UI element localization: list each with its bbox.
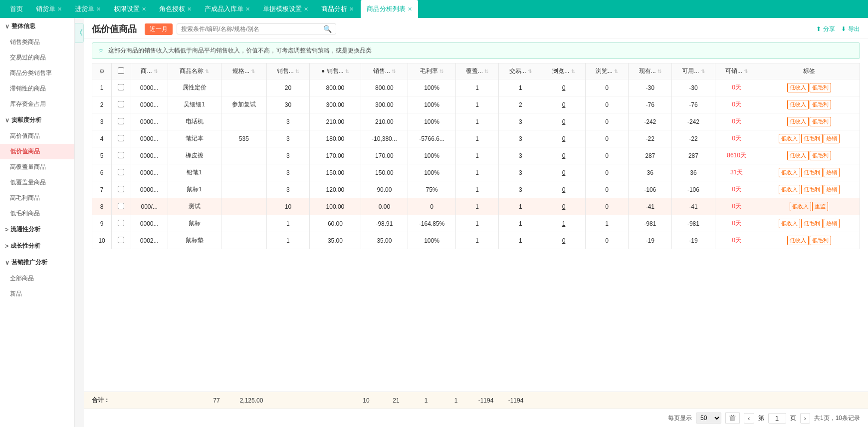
col-coverage[interactable]: 覆盖... ⇅ xyxy=(455,63,499,79)
table-row: 90000...鼠标160.00-98.91-164.85%1111-981-9… xyxy=(92,215,860,232)
sidebar-group-marketing[interactable]: ∨ 营销推广分析 xyxy=(0,254,74,271)
first-page-button[interactable]: 首 xyxy=(725,412,740,424)
col-stock1[interactable]: 现有... ⇅ xyxy=(629,63,672,79)
row-checkbox[interactable] xyxy=(118,186,124,192)
row-checkbox[interactable] xyxy=(118,203,124,209)
row-view1[interactable]: 0 xyxy=(542,198,586,215)
nav-template[interactable]: 单据模板设置 ✕ xyxy=(257,0,314,18)
col-sales3[interactable]: 销售... ⇅ xyxy=(361,63,408,79)
sidebar-item-traded-products[interactable]: 交易过的商品 xyxy=(0,50,74,65)
row-checkbox[interactable] xyxy=(118,84,124,90)
prev-page-button[interactable]: ‹ xyxy=(744,413,754,424)
col-sales1[interactable]: 销售... ⇅ xyxy=(266,63,310,79)
col-stock3[interactable]: 可销... ⇅ xyxy=(715,63,758,79)
nav-sales[interactable]: 销货单 ✕ xyxy=(30,0,68,18)
col-view2[interactable]: 浏览... ⇅ xyxy=(585,63,629,79)
page-number-input[interactable] xyxy=(768,413,786,424)
nav-close-roles[interactable]: ✕ xyxy=(187,6,192,12)
nav-permissions[interactable]: 权限设置 ✕ xyxy=(108,0,152,18)
sidebar-item-low-value[interactable]: 低价值商品 xyxy=(0,144,74,159)
settings-icon[interactable]: ⚙ xyxy=(99,68,105,75)
export-button[interactable]: ⬇ 导出 xyxy=(841,25,860,33)
sidebar-item-low-coverage[interactable]: 低覆盖量商品 xyxy=(0,175,74,190)
row-checkbox-cell[interactable] xyxy=(112,79,131,96)
row-checkbox-cell[interactable] xyxy=(112,232,131,249)
row-checkbox-cell[interactable] xyxy=(112,164,131,181)
col-sales2[interactable]: ● 销售... ⇅ xyxy=(310,63,361,79)
filter-button[interactable]: 近一月 xyxy=(145,23,173,35)
sidebar-item-new-products[interactable]: 新品 xyxy=(0,286,74,302)
col-stock2[interactable]: 可用... ⇅ xyxy=(672,63,715,79)
row-checkbox[interactable] xyxy=(118,220,124,226)
nav-purchase[interactable]: 进货单 ✕ xyxy=(69,0,107,18)
row-checkbox-cell[interactable] xyxy=(112,198,131,215)
nav-close-permissions[interactable]: ✕ xyxy=(142,6,146,12)
nav-close-purchase[interactable]: ✕ xyxy=(96,6,101,12)
row-view1[interactable]: 0 xyxy=(542,147,586,164)
nav-analysis[interactable]: 商品分析 ✕ xyxy=(315,0,360,18)
col-margin[interactable]: 毛利率 ⇅ xyxy=(408,63,456,79)
row-checkbox[interactable] xyxy=(118,135,124,141)
row-checkbox-cell[interactable] xyxy=(112,215,131,232)
nav-home[interactable]: 首页 xyxy=(4,0,29,18)
nav-analysis-list[interactable]: 商品分析列表 ✕ xyxy=(361,0,418,18)
select-all-checkbox[interactable] xyxy=(118,67,124,74)
sidebar-group-flow[interactable]: > 流通性分析 xyxy=(0,221,74,238)
row-view1[interactable]: 0 xyxy=(542,79,586,96)
row-view1[interactable]: 0 xyxy=(542,113,586,130)
row-checkbox[interactable] xyxy=(118,152,124,158)
per-page-select[interactable]: 50 100 200 xyxy=(696,413,721,424)
row-checkbox[interactable] xyxy=(118,118,124,124)
search-input[interactable] xyxy=(181,25,323,32)
sidebar-item-high-margin[interactable]: 高毛利商品 xyxy=(0,190,74,206)
row-checkbox[interactable] xyxy=(118,237,124,243)
sort-name-icon: ⇅ xyxy=(205,68,209,74)
row-name: 橡皮擦 xyxy=(168,147,221,164)
sidebar-group-overall[interactable]: ∨ 整体信息 xyxy=(0,18,74,34)
row-view1[interactable]: 1 xyxy=(542,215,586,232)
share-button[interactable]: ⬆ 分享 xyxy=(816,25,835,33)
table-wrapper[interactable]: ⚙ 商... ⇅ 商品名称 ⇅ 规格... ⇅ 销售... ⇅ ● 销售... … xyxy=(84,63,868,392)
sidebar-group-growth[interactable]: > 成长性分析 xyxy=(0,238,74,254)
col-trade[interactable]: 交易... ⇅ xyxy=(499,63,542,79)
next-page-button[interactable]: › xyxy=(800,413,810,424)
col-spec[interactable]: 规格... ⇅ xyxy=(221,63,267,79)
sidebar-item-low-margin[interactable]: 低毛利商品 xyxy=(0,206,74,221)
row-view1[interactable]: 0 xyxy=(542,164,586,181)
row-view1[interactable]: 0 xyxy=(542,232,586,249)
sidebar-group-contribution[interactable]: ∨ 贡献度分析 xyxy=(0,112,74,128)
col-view1[interactable]: 浏览... ⇅ xyxy=(542,63,586,79)
nav-close-stock-in[interactable]: ✕ xyxy=(245,6,250,12)
col-gear[interactable]: ⚙ xyxy=(92,63,112,79)
nav-close-template[interactable]: ✕ xyxy=(304,6,308,12)
sidebar-item-category-rate[interactable]: 商品分类销售率 xyxy=(0,65,74,81)
nav-close-sales[interactable]: ✕ xyxy=(57,6,62,12)
sidebar-item-all-products[interactable]: 全部商品 xyxy=(0,271,74,286)
row-checkbox[interactable] xyxy=(118,101,124,107)
row-stock3: 0天 xyxy=(715,79,758,96)
row-spec xyxy=(221,198,267,215)
nav-close-analysis[interactable]: ✕ xyxy=(349,6,354,12)
row-view1[interactable]: 0 xyxy=(542,96,586,113)
row-view1[interactable]: 0 xyxy=(542,130,586,147)
row-checkbox-cell[interactable] xyxy=(112,181,131,198)
row-checkbox-cell[interactable] xyxy=(112,130,131,147)
sidebar-item-sales-products[interactable]: 销售类商品 xyxy=(0,34,74,50)
sidebar-collapse-button[interactable]: 《 xyxy=(75,23,84,43)
nav-roles[interactable]: 角色授权 ✕ xyxy=(153,0,198,18)
sidebar-item-high-value[interactable]: 高价值商品 xyxy=(0,128,74,144)
row-checkbox-cell[interactable] xyxy=(112,113,131,130)
row-checkbox-cell[interactable] xyxy=(112,96,131,113)
row-view1[interactable]: 0 xyxy=(542,181,586,198)
sidebar-item-high-coverage[interactable]: 高覆盖量商品 xyxy=(0,159,74,175)
nav-close-analysis-list[interactable]: ✕ xyxy=(408,6,412,12)
col-code[interactable]: 商... ⇅ xyxy=(131,63,168,79)
row-checkbox[interactable] xyxy=(118,169,124,175)
search-icon[interactable]: 🔍 xyxy=(323,25,332,33)
row-checkbox-cell[interactable] xyxy=(112,147,131,164)
col-name[interactable]: 商品名称 ⇅ xyxy=(168,63,221,79)
sidebar-item-slow-products[interactable]: 滞销性的商品 xyxy=(0,81,74,96)
nav-stock-in[interactable]: 产成品入库单 ✕ xyxy=(199,0,256,18)
sidebar-item-inventory-fund[interactable]: 库存资金占用 xyxy=(0,96,74,112)
col-checkbox[interactable] xyxy=(112,63,131,79)
